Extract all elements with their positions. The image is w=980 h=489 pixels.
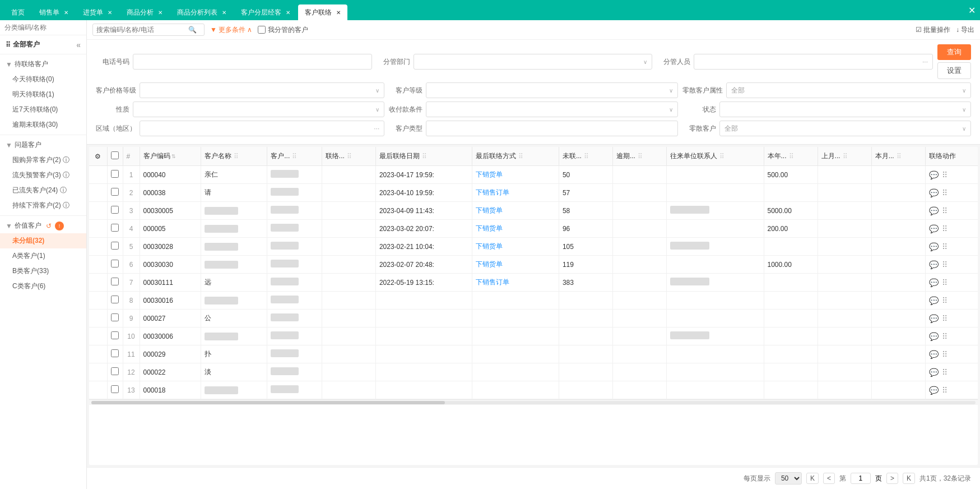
chat-icon[interactable]: 💬	[929, 296, 939, 305]
chat-icon[interactable]: 💬	[929, 314, 939, 323]
tab-home[interactable]: 首页	[4, 4, 31, 20]
col-overdue[interactable]: 逾期...⠿	[612, 147, 666, 166]
tab-customer-segments[interactable]: 客户分层经客 ✕	[234, 4, 297, 20]
col-this-month[interactable]: 本月...⠿	[871, 147, 925, 166]
sidebar-item-class-b[interactable]: B类客户(33)	[0, 264, 86, 279]
tab-purchase[interactable]: 进货单 ✕	[76, 4, 119, 20]
sidebar-item-today-pending[interactable]: 今天待联络(0)	[0, 72, 86, 87]
col-uncontacted[interactable]: 未联...⠿	[559, 147, 612, 166]
chat-icon[interactable]: 💬	[929, 170, 939, 179]
chat-icon[interactable]: 💬	[929, 206, 939, 215]
region-select[interactable]: ···	[140, 121, 384, 136]
chat-icon[interactable]: 💬	[929, 242, 939, 251]
more-action-icon[interactable]: ⠿	[942, 188, 948, 197]
more-action-icon[interactable]: ⠿	[942, 224, 948, 233]
chat-icon[interactable]: 💬	[929, 224, 939, 233]
chat-icon[interactable]: 💬	[929, 188, 939, 197]
phone-input[interactable]	[133, 54, 372, 70]
scrollbar-thumb[interactable]	[91, 401, 445, 404]
sidebar-item-ungrouped[interactable]: 未分组(32)	[0, 233, 86, 248]
manager-select[interactable]: ···	[694, 54, 933, 70]
contact-method-link[interactable]: 下销货单	[476, 260, 503, 268]
retail-customer-select[interactable]: 全部 ∨	[719, 121, 971, 136]
chat-icon[interactable]: 💬	[929, 332, 939, 341]
sidebar-collapse-icon[interactable]: «	[76, 40, 81, 49]
more-action-icon[interactable]: ⠿	[942, 242, 948, 251]
more-action-icon[interactable]: ⠿	[942, 386, 948, 395]
select-all-checkbox[interactable]	[111, 151, 119, 159]
more-action-icon[interactable]: ⠿	[942, 260, 948, 269]
sidebar-item-class-a[interactable]: A类客户(1)	[0, 248, 86, 264]
col-partner-contact[interactable]: 往来单位联系人⠿	[667, 147, 764, 166]
contact-method-link[interactable]: 下销货单	[476, 206, 503, 214]
reload-icon[interactable]: ↺	[46, 222, 52, 230]
row-checkbox[interactable]	[111, 260, 119, 267]
sidebar-item-overdue-uncontacted[interactable]: 逾期未联络(30)	[0, 117, 86, 132]
more-action-icon[interactable]: ⠿	[942, 332, 948, 341]
chat-icon[interactable]: 💬	[929, 260, 939, 269]
col-name[interactable]: 客户名称⠿	[201, 147, 267, 166]
next-page-button[interactable]: >	[886, 473, 898, 484]
contact-method-link[interactable]: 下销售订单	[476, 188, 509, 196]
chat-icon[interactable]: 💬	[929, 350, 939, 359]
sidebar-group-value[interactable]: ▼ 价值客户 ↺ !	[0, 218, 86, 233]
sidebar-group-problem[interactable]: ▼ 问题客户	[0, 137, 86, 153]
tab-customer-segments-close[interactable]: ✕	[286, 10, 290, 16]
tab-goods-analysis-list[interactable]: 商品分析列表 ✕	[170, 4, 233, 20]
search-input[interactable]	[96, 26, 186, 34]
col-last-contact-method[interactable]: 最后联络方式⠿	[472, 147, 559, 166]
last-page-button[interactable]: K	[903, 473, 915, 484]
col-last-month[interactable]: 上月...⠿	[818, 147, 871, 166]
more-action-icon[interactable]: ⠿	[942, 314, 948, 323]
sidebar-item-hoarding-abnormal[interactable]: 囤购异常客户(2) ⓘ	[0, 153, 86, 168]
tab-customer-contact-close[interactable]: ✕	[336, 10, 341, 16]
query-button[interactable]: 查询	[937, 44, 971, 60]
tab-sales-close[interactable]: ✕	[64, 10, 68, 16]
row-checkbox[interactable]	[111, 242, 119, 250]
customer-type-select[interactable]	[426, 121, 677, 136]
row-checkbox[interactable]	[111, 385, 119, 393]
tab-purchase-close[interactable]: ✕	[108, 10, 112, 16]
more-action-icon[interactable]: ⠿	[942, 350, 948, 359]
more-action-icon[interactable]: ⠿	[942, 278, 948, 287]
close-all-tabs-button[interactable]: ✕	[968, 5, 976, 16]
my-customers-checkbox[interactable]: 我分管的客户	[258, 25, 308, 35]
row-checkbox[interactable]	[111, 313, 119, 321]
sidebar-group-pending[interactable]: ▼ 待联络客户	[0, 57, 86, 72]
retail-attr-select[interactable]: 全部 ∨	[726, 82, 971, 98]
sidebar-search-input[interactable]	[4, 24, 87, 31]
payment-select[interactable]: ∨	[426, 102, 677, 117]
more-action-icon[interactable]: ⠿	[942, 170, 948, 179]
tab-goods-analysis-close[interactable]: ✕	[158, 10, 162, 16]
col-contact[interactable]: 联络...⠿	[322, 147, 375, 166]
horizontal-scrollbar[interactable]	[89, 399, 978, 405]
tab-sales[interactable]: 销售单 ✕	[32, 4, 75, 20]
nature-select[interactable]: ∨	[133, 102, 384, 117]
my-customers-check[interactable]	[258, 26, 266, 34]
chat-icon[interactable]: 💬	[929, 386, 939, 395]
sidebar-item-class-c[interactable]: C类客户(6)	[0, 279, 86, 294]
contact-method-link[interactable]: 下销货单	[476, 224, 503, 232]
row-checkbox[interactable]	[111, 224, 119, 232]
col-code[interactable]: 客户编码⇅	[140, 147, 201, 166]
row-checkbox[interactable]	[111, 206, 119, 214]
export-button[interactable]: ↓ 导出	[956, 25, 974, 35]
page-number-input[interactable]	[851, 473, 871, 484]
more-action-icon[interactable]: ⠿	[942, 296, 948, 305]
contact-method-link[interactable]: 下销货单	[476, 242, 503, 250]
col-settings[interactable]: ⚙	[89, 147, 107, 166]
col-last-contact-date[interactable]: 最后联络日期⠿	[375, 147, 472, 166]
sidebar-item-7day-pending[interactable]: 近7天待联络(0)	[0, 102, 86, 117]
contact-method-link[interactable]: 下销售订单	[476, 278, 509, 286]
col-this-year[interactable]: 本年...⠿	[764, 147, 818, 166]
more-action-icon[interactable]: ⠿	[942, 368, 948, 377]
search-icon[interactable]: 🔍	[188, 26, 197, 34]
sidebar-item-tomorrow-pending[interactable]: 明天待联络(1)	[0, 87, 86, 102]
row-checkbox[interactable]	[111, 349, 119, 357]
prev-page-button[interactable]: <	[823, 473, 835, 484]
more-conditions-button[interactable]: ▼ 更多条件 ∧	[210, 25, 252, 35]
tab-goods-analysis[interactable]: 商品分析 ✕	[120, 4, 169, 20]
col-type[interactable]: 客户...⠿	[267, 147, 322, 166]
sidebar-item-declining[interactable]: 持续下滑客户(2) ⓘ	[0, 198, 86, 213]
customer-level-select[interactable]: ∨	[426, 82, 677, 98]
